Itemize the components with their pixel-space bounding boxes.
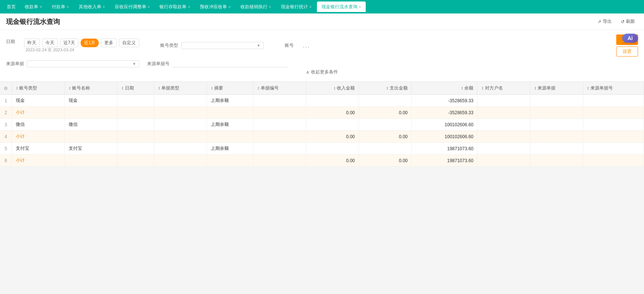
nav-tab-4[interactable]: 银行存取款单 × <box>155 1 195 12</box>
more-dots[interactable]: ... <box>303 42 310 49</box>
table-row: 2 小计 0.00 0.00 -3528659.33 <box>0 107 644 119</box>
close-icon[interactable]: × <box>188 5 190 9</box>
th-expense[interactable]: ↕ 支出金额 <box>359 82 412 95</box>
row-num: 6 <box>0 155 12 167</box>
cell-income <box>306 143 359 155</box>
nav-tab-8[interactable]: 现金银行流水查询 × <box>317 1 366 12</box>
table-row: 3 微信 微信 上期余额 100102606.60 <box>0 119 644 131</box>
cell-date <box>117 131 154 143</box>
nav-tab-6[interactable]: 收款核销执行 × <box>236 1 276 12</box>
th-account-type[interactable]: ↕ 账号类型 <box>12 82 65 95</box>
close-icon[interactable]: × <box>148 5 150 9</box>
top-nav: 首页 收款单 × 付款单 × 其他收入单 × 应收应付调整单 × 银行存取款单 … <box>0 0 644 13</box>
account-type-label: 账号类型 <box>160 42 178 49</box>
th-summary[interactable]: ↕ 摘要 <box>207 82 253 95</box>
cell-source-doc <box>530 107 583 119</box>
row-num: 2 <box>0 107 12 119</box>
account-filter: 账号 ... <box>285 42 310 49</box>
cell-expense <box>359 143 412 155</box>
date-btn-more[interactable]: 更多 <box>101 39 117 47</box>
chevron-down-icon: ▼ <box>257 43 260 48</box>
date-btn-1month[interactable]: 近1月 <box>81 39 99 47</box>
cell-account-name: 支付宝 <box>65 143 117 155</box>
date-btn-7days[interactable]: 近7天 <box>60 39 78 47</box>
close-icon[interactable]: × <box>67 5 69 9</box>
settings-button[interactable]: 设置 <box>616 46 638 57</box>
chevron-down-icon: ▼ <box>132 62 136 66</box>
nav-tab-3[interactable]: 应收应付调整单 × <box>110 1 155 12</box>
cell-date <box>117 155 154 167</box>
th-account-name[interactable]: ↕ 账号名称 <box>65 82 117 95</box>
cell-balance: 100102606.60 <box>411 119 477 131</box>
export-button[interactable]: ↗ 导出 <box>594 17 615 26</box>
source-doc-no-label: 来源单据号 <box>147 61 170 67</box>
cell-source-doc-no <box>583 107 644 119</box>
cell-date <box>117 119 154 131</box>
cell-balance: 19871073.60 <box>411 155 477 167</box>
cell-expense: 0.00 <box>359 131 412 143</box>
cell-income: 0.00 <box>306 131 359 143</box>
source-doc-no-input-wrap <box>173 60 288 67</box>
close-icon[interactable]: × <box>228 5 231 9</box>
account-type-select[interactable]: ▼ <box>181 42 264 49</box>
cell-income: 0.00 <box>306 155 359 167</box>
nav-tab-7[interactable]: 现金银行统计 × <box>276 1 316 12</box>
cell-expense: 0.00 <box>359 107 412 119</box>
th-doc-type[interactable]: ↕ 单据类型 <box>154 82 207 95</box>
nav-tab-5[interactable]: 预收冲应收单 × <box>195 1 235 12</box>
date-btn-yesterday[interactable]: 昨天 <box>24 39 40 47</box>
cell-source-doc <box>530 155 583 167</box>
close-icon[interactable]: × <box>309 5 312 9</box>
cell-summary <box>207 107 253 119</box>
filter-row-2: 来源单据 ▼ 来源单据号 <box>6 60 638 67</box>
date-label: 日期 <box>6 39 21 45</box>
th-source-doc[interactable]: ↕ 来源单据 <box>530 82 583 95</box>
ai-badge[interactable]: Ai <box>622 34 638 43</box>
page-header: 现金银行流水查询 ↗ 导出 ↺ 刷新 <box>0 13 644 30</box>
cell-doc-no <box>253 143 306 155</box>
source-doc-filter: 来源单据 ▼ <box>6 60 140 67</box>
cell-source-doc <box>530 143 583 155</box>
cell-balance: -3528659.33 <box>411 107 477 119</box>
export-icon: ↗ <box>597 19 601 24</box>
close-icon[interactable]: × <box>40 5 42 9</box>
cell-expense <box>359 95 412 107</box>
table-row: 4 小计 0.00 0.00 100102606.60 <box>0 131 644 143</box>
th-doc-no[interactable]: ↕ 单据编号 <box>253 82 306 95</box>
th-source-doc-no[interactable]: ↕ 来源单据号 <box>583 82 644 95</box>
th-date[interactable]: ↕ 日期 <box>117 82 154 95</box>
cell-doc-no <box>253 155 306 167</box>
source-doc-no-filter: 来源单据号 <box>147 60 288 67</box>
cell-account-type: 现金 <box>12 95 65 107</box>
cell-account-type: 小计 <box>12 131 65 143</box>
th-income[interactable]: ↕ 收入金额 <box>306 82 359 95</box>
refresh-button[interactable]: ↺ 刷新 <box>618 17 638 26</box>
date-btn-today[interactable]: 今天 <box>42 39 58 47</box>
account-type-filter: 账号类型 ▼ <box>160 42 264 49</box>
cell-source-doc <box>530 131 583 143</box>
cell-summary: 上期余额 <box>207 119 253 131</box>
cell-account-type: 小计 <box>12 107 65 119</box>
refresh-icon: ↺ <box>621 19 624 24</box>
close-icon[interactable]: × <box>359 5 361 9</box>
date-btn-custom[interactable]: 自定义 <box>119 39 139 47</box>
nav-tab-0[interactable]: 收款单 × <box>20 1 47 12</box>
close-icon[interactable]: × <box>269 5 271 9</box>
cell-counterparty <box>477 155 530 167</box>
table-row: 5 支付宝 支付宝 上期余额 19871073.60 <box>0 143 644 155</box>
source-doc-select[interactable]: ▼ <box>27 60 140 67</box>
cell-date <box>117 107 154 119</box>
source-doc-no-input[interactable] <box>174 61 287 66</box>
cell-counterparty <box>477 143 530 155</box>
close-icon[interactable]: × <box>103 5 105 9</box>
th-settings[interactable]: ⚙ <box>0 82 12 95</box>
page-title: 现金银行流水查询 <box>6 17 60 26</box>
th-counterparty[interactable]: ↕ 对方户名 <box>477 82 530 95</box>
cell-source-doc-no <box>583 155 644 167</box>
row-num: 5 <box>0 143 12 155</box>
nav-home[interactable]: 首页 <box>3 4 20 10</box>
collapse-row[interactable]: ∧ 收起更多条件 <box>6 67 638 77</box>
nav-tab-1[interactable]: 付款单 × <box>47 1 74 12</box>
th-balance[interactable]: ↕ 余额 <box>411 82 477 95</box>
nav-tab-2[interactable]: 其他收入单 × <box>74 1 110 12</box>
